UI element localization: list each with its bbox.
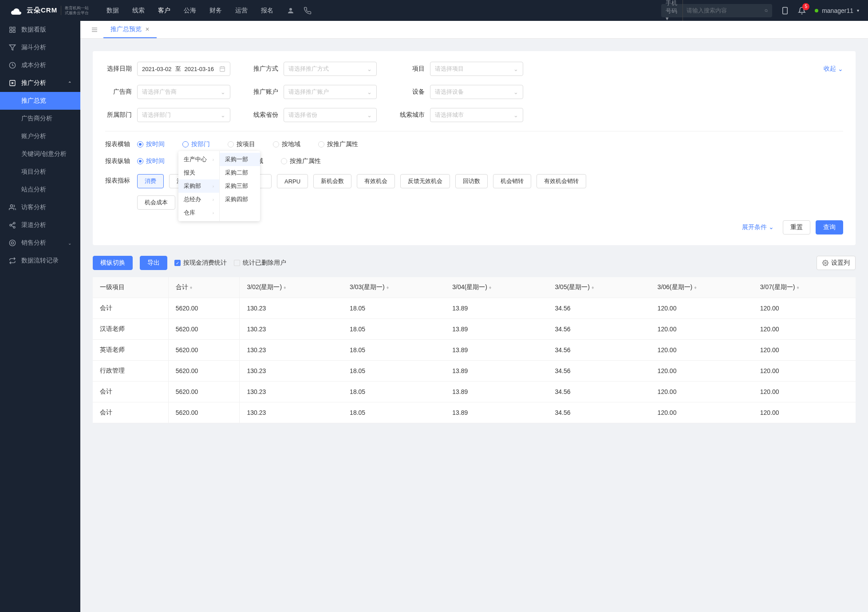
dropdown-item[interactable]: 仓库› <box>178 206 219 219</box>
sidebar-item[interactable]: 漏斗分析 <box>0 39 80 56</box>
metric-button[interactable]: 机会销转 <box>493 174 531 188</box>
nav-item[interactable]: 数据 <box>107 7 119 15</box>
sidebar-subitem[interactable]: 广告商分析 <box>0 110 80 127</box>
metric-button[interactable]: 机会成本 <box>137 195 175 210</box>
radio-option[interactable]: 按项目 <box>228 140 255 148</box>
search-icon[interactable] <box>765 7 768 14</box>
metric-button[interactable]: 有效机会销转 <box>537 174 586 188</box>
dropdown-item[interactable]: 报关 <box>178 166 219 179</box>
metric-button[interactable]: 有效机会 <box>357 174 395 188</box>
metric-button[interactable]: 新机会数 <box>313 174 351 188</box>
metric-button[interactable]: 反馈无效机会 <box>400 174 450 188</box>
table-header[interactable]: 3/02(星期一)♦ <box>240 277 343 298</box>
flow-icon <box>9 257 16 264</box>
radio-icon <box>182 141 189 147</box>
notification-bell[interactable]: 5 <box>798 7 806 15</box>
table-header[interactable]: 3/03(星期一)♦ <box>343 277 445 298</box>
device-select[interactable]: 请选择设备⌄ <box>430 85 523 99</box>
deleted-users-checkbox[interactable]: 统计已删除用户 <box>234 259 286 267</box>
account-select[interactable]: 请选择推广账户⌄ <box>284 85 377 99</box>
dropdown-item[interactable]: 采购二部 <box>220 166 260 179</box>
nav-item[interactable]: 财务 <box>209 7 222 15</box>
table-header[interactable]: 3/06(星期一)♦ <box>651 277 753 298</box>
metric-button[interactable]: ARPU <box>277 174 308 188</box>
sidebar-toggle-icon[interactable] <box>86 26 103 33</box>
sidebar-item[interactable]: 访客分析 <box>0 199 80 216</box>
search-input[interactable] <box>683 7 765 14</box>
sidebar-subitem[interactable]: 账户分析 <box>0 127 80 145</box>
svg-point-17 <box>13 227 15 228</box>
sidebar-subitem[interactable]: 站点分析 <box>0 181 80 199</box>
city-select[interactable]: 请选择城市⌄ <box>430 108 523 122</box>
header-action-icons <box>287 7 312 15</box>
sidebar-subitem[interactable]: 关键词/创意分析 <box>0 145 80 163</box>
project-select[interactable]: 请选择项目⌄ <box>430 62 523 76</box>
settings-columns-button[interactable]: 设置列 <box>817 256 856 270</box>
export-button[interactable]: 导出 <box>140 256 167 270</box>
user-menu[interactable]: manager11 ▾ <box>815 7 859 14</box>
table-header[interactable]: 3/05(星期一)♦ <box>548 277 650 298</box>
chevron-down-icon: ⌄ <box>367 89 372 95</box>
metric-button[interactable]: 消费 <box>137 174 164 188</box>
cash-stats-checkbox[interactable]: 按现金消费统计 <box>174 259 227 267</box>
sidebar-item[interactable]: 销售分析⌄ <box>0 234 80 252</box>
sidebar-item[interactable]: 数据流转记录 <box>0 252 80 270</box>
dropdown-item[interactable]: 生产中心› <box>178 153 219 166</box>
radio-option[interactable]: 按推广属性 <box>318 140 358 148</box>
date-range-picker[interactable]: 2021-03-02 至 2021-03-16 <box>137 62 230 76</box>
radio-option[interactable]: 按时间 <box>137 157 165 165</box>
haxis-row: 报表横轴 按时间按部门按项目按地域按推广属性 生产中心›报关采购部›总经办›仓库… <box>105 140 843 148</box>
user-icon[interactable] <box>287 7 295 15</box>
dept-select[interactable]: 请选择部门⌄ <box>137 108 230 122</box>
metric-button[interactable]: 回访数 <box>455 174 488 188</box>
phone-icon[interactable] <box>304 7 312 15</box>
nav-item[interactable]: 运营 <box>235 7 248 15</box>
sort-icon: ♦ <box>284 285 286 290</box>
dropdown-item[interactable]: 采购三部 <box>220 179 260 193</box>
gear-icon <box>822 260 829 266</box>
cost-icon <box>9 62 16 69</box>
switch-button[interactable]: 横纵切换 <box>93 256 133 270</box>
method-select[interactable]: 请选择推广方式⌄ <box>284 62 377 76</box>
radio-icon <box>318 141 324 147</box>
dropdown-item[interactable]: 采购四部 <box>220 193 260 206</box>
sidebar-item[interactable]: 渠道分析 <box>0 216 80 234</box>
sidebar-item[interactable]: 数据看版 <box>0 21 80 39</box>
tab-promo-overview[interactable]: 推广总预览 ✕ <box>103 21 157 38</box>
svg-rect-25 <box>220 67 225 72</box>
query-button[interactable]: 查询 <box>816 220 843 234</box>
radio-option[interactable]: 按地域 <box>273 140 300 148</box>
province-select[interactable]: 请选择省份⌄ <box>284 108 377 122</box>
sidebar-subitem[interactable]: 推广总览 <box>0 92 80 110</box>
radio-option[interactable]: 按推广属性 <box>281 157 321 165</box>
collapse-button[interactable]: 收起 ⌄ <box>824 65 843 73</box>
nav-item[interactable]: 报名 <box>261 7 273 15</box>
mobile-icon[interactable] <box>781 7 789 15</box>
search-type-select[interactable]: 手机号码 ▾ <box>666 0 683 22</box>
logo[interactable]: 云朵CRM 教育机构一站 式服务云平台 <box>9 5 89 16</box>
dropdown-item[interactable]: 采购一部 <box>220 153 260 166</box>
expand-conditions-button[interactable]: 展开条件 ⌄ <box>742 223 774 231</box>
sidebar-item[interactable]: 推广分析⌃ <box>0 74 80 92</box>
project-label: 项目 <box>398 65 425 73</box>
nav-item[interactable]: 公海 <box>184 7 196 15</box>
sidebar-subitem[interactable]: 项目分析 <box>0 163 80 181</box>
advertiser-select[interactable]: 请选择广告商⌄ <box>137 85 230 99</box>
radio-option[interactable]: 按部门 <box>182 140 210 148</box>
channel-icon <box>9 222 16 229</box>
reset-button[interactable]: 重置 <box>783 220 810 234</box>
table-cell: 13.89 <box>445 340 548 361</box>
table-header[interactable]: 3/04(星期一)♦ <box>445 277 548 298</box>
dropdown-item[interactable]: 总经办› <box>178 193 219 206</box>
dropdown-item[interactable]: 采购部› <box>178 179 219 193</box>
dropdown-col-2: 采购一部采购二部采购三部采购四部 <box>219 151 260 221</box>
radio-option[interactable]: 按时间 <box>137 140 165 148</box>
nav-item[interactable]: 线索 <box>132 7 145 15</box>
sidebar-item[interactable]: 成本分析 <box>0 56 80 74</box>
nav-item[interactable]: 客户 <box>158 7 170 15</box>
close-icon[interactable]: ✕ <box>145 26 150 32</box>
table-header[interactable]: 3/07(星期一)♦ <box>753 277 856 298</box>
table-header[interactable]: 合计♦ <box>168 277 240 298</box>
table-row: 行政管理5620.00130.2318.0513.8934.56120.0012… <box>93 361 856 382</box>
table-header[interactable]: 一级项目 <box>93 277 168 298</box>
